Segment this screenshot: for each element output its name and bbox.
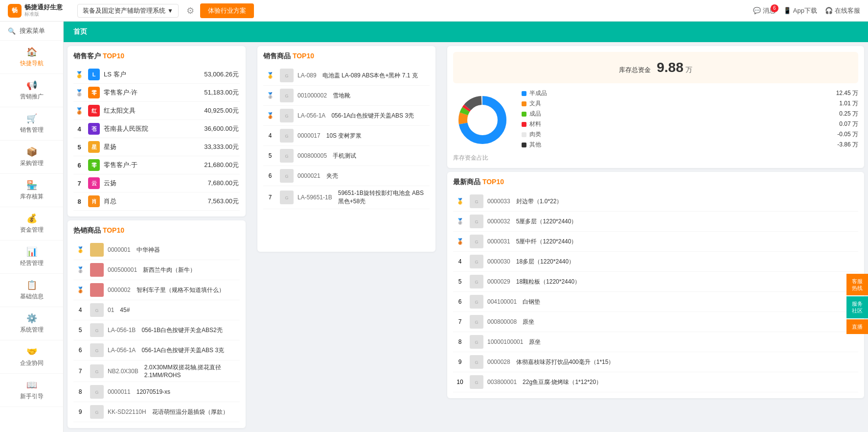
sidebar-item-operations[interactable]: 📊经营管理 (0, 240, 63, 274)
new-product-row: 🥉 G 0000031 5厘中纤（1220*2440） (453, 232, 858, 252)
system-select[interactable]: 装备及固定资产辅助管理系统 ▼ (77, 4, 179, 18)
hot-products-panel: 热销商品 TOP10 🥇 0000001 中华神器 🥈 000500001 新西… (68, 220, 246, 428)
product-code: 10000100001 (487, 338, 523, 345)
product-code: 01 (108, 307, 114, 313)
product-name: 5厘多层（1220*2440） (516, 217, 857, 226)
rank-number: 8 (74, 198, 84, 205)
sidebar-item-guide[interactable]: 📖新手引导 (0, 374, 63, 407)
customer-avatar: L (88, 69, 100, 80)
product-thumbnail: G (280, 89, 294, 102)
legend-label: 其他 (529, 141, 834, 149)
search-menu[interactable]: 🔍 搜索菜单 (0, 22, 63, 41)
sidebar-item-marketing[interactable]: 📢营销推广 (0, 74, 63, 107)
product-thumbnail: G (280, 69, 294, 82)
product-code: 0000028 (487, 359, 510, 365)
svg-text:G: G (285, 195, 288, 200)
sidebar-inventory-icon: 🏪 (26, 180, 37, 191)
product-thumbnail: G (90, 385, 104, 399)
headset-icon: 🎧 (825, 7, 833, 14)
message-button[interactable]: 💬 消息 6 (753, 6, 776, 15)
rank-icon: 5 (264, 152, 276, 159)
sidebar-cooperation-icon: 🤝 (26, 346, 37, 357)
live-button[interactable]: 直播 (846, 319, 868, 334)
rank-icon: 🥈 (454, 218, 466, 225)
product-thumbnail: G (90, 405, 104, 419)
sidebar-sales-label: 销售管理 (20, 126, 44, 134)
sidebar-item-finance[interactable]: 💰资金管理 (0, 207, 63, 240)
inventory-panel: 库存总资金 9.88 万 (447, 46, 864, 168)
trial-button[interactable]: 体验行业方案 (200, 3, 254, 18)
svg-text:G: G (285, 134, 288, 139)
home-tab[interactable]: 首页 (73, 27, 87, 36)
inventory-total-unit: 万 (685, 66, 692, 73)
community-button[interactable]: 服务社区 (846, 296, 868, 318)
message-icon: 💬 (753, 7, 761, 14)
customer-service-button[interactable]: 客服热线 (846, 274, 868, 296)
customer-rank-row: 🥇 L LS 客户 53,006.26元 (73, 66, 240, 84)
hot-product-row: 8 G 0000011 12070519-xs (73, 382, 240, 402)
new-products-title: 最新商品 TOP10 (453, 178, 858, 187)
new-product-row: 6 G 004100001 白钢垫 (453, 292, 858, 312)
legend-label: 材料 (529, 120, 836, 128)
sidebar-finance-icon: 💰 (26, 213, 37, 224)
product-thumbnail: G (90, 303, 104, 317)
app-download-button[interactable]: 📱 App下载 (783, 6, 817, 15)
settings-icon[interactable]: ⚙ (186, 5, 194, 16)
sidebar-item-quick-nav[interactable]: 🏠快捷导航 (0, 41, 63, 74)
customer-rank-row: 4 苍 苍南县人民医院 36,600.00元 (73, 120, 240, 138)
sidebar-item-sales[interactable]: 🛒销售管理 (0, 107, 63, 141)
rank-number: 🥈 (74, 89, 84, 96)
sales-product-list: 🥇 G LA-089 电池盖 LA-089 ABS本色+黑种 7.1 克 🥈 G… (263, 66, 430, 209)
middle-column: 销售商品 TOP10 🥇 G LA-089 电池盖 LA-089 ABS本色+黑… (253, 42, 439, 432)
legend-value: -3.86 万 (837, 141, 858, 149)
new-product-row: 10 G 003800001 22g鱼豆腐·烧烤味（1*12*20） (453, 372, 858, 392)
sidebar-item-basic-info[interactable]: 📋基础信息 (0, 274, 63, 307)
new-products-list: 🥇 G 0000033 封边带（1.0*22） 🥈 G 0000032 5厘多层… (453, 192, 858, 392)
customer-rank-row: 7 云 云扬 7,680.00元 (73, 174, 240, 192)
product-code: LA-056-1B (108, 327, 136, 334)
rank-number: 6 (74, 162, 84, 169)
topbar-right: 💬 消息 6 📱 App下载 🎧 在线客服 (753, 6, 860, 15)
new-product-row: 8 G 10000100001 原坐 (453, 332, 858, 352)
svg-text:G: G (475, 380, 478, 385)
legend-value: 1.01 万 (839, 99, 858, 108)
legend-item: 肉类 -0.05 万 (522, 130, 858, 139)
online-service-button[interactable]: 🎧 在线客服 (825, 6, 860, 15)
product-code: 0000021 (297, 172, 320, 179)
topbar: 畅 畅捷通好生意 标准版 装备及固定资产辅助管理系统 ▼ ⚙ 体验行业方案 💬 … (0, 0, 868, 22)
svg-text:G: G (95, 328, 98, 333)
product-name: 22g鱼豆腐·烧烤味（1*12*20） (523, 378, 857, 386)
product-code: 0000031 (487, 238, 510, 245)
product-thumbnail: G (470, 335, 483, 349)
product-thumbnail: G (470, 315, 483, 329)
sidebar-item-cooperation[interactable]: 🤝企业协同 (0, 340, 63, 374)
legend-item: 材料 0.07 万 (522, 120, 858, 128)
legend-color (522, 101, 526, 106)
svg-text:G: G (95, 348, 98, 353)
product-thumbnail: G (90, 364, 104, 378)
donut-chart-container: 半成品 12.45 万 文具 1.01 万 成品 0.25 万 材料 0.07 … (453, 89, 858, 151)
legend-label: 成品 (529, 110, 836, 118)
customer-value: 36,600.00元 (204, 124, 239, 133)
sidebar-item-system[interactable]: ⚙️系统管理 (0, 307, 63, 340)
rank-icon: 🥇 (454, 198, 466, 205)
sidebar-item-inventory[interactable]: 🏪库存核算 (0, 174, 63, 207)
rank-icon: 10 (454, 379, 466, 385)
donut-chart (453, 91, 512, 149)
mobile-icon: 📱 (783, 7, 791, 14)
legend-value: 0.07 万 (839, 120, 858, 128)
new-product-row: 7 G 000800008 原坐 (453, 312, 858, 332)
chevron-down-icon: ▼ (167, 7, 173, 14)
product-code: 0000033 (487, 198, 510, 205)
customer-avatar: 零 (88, 87, 100, 98)
svg-text:G: G (475, 240, 478, 244)
new-product-row: 5 G 0000029 18颗粒板（1220*2440） (453, 272, 858, 292)
customer-top10-panel: 销售客户 TOP10 🥇 L LS 客户 53,006.26元 🥈 零 零售客户… (68, 46, 246, 216)
logo-text: 畅捷通好生意 (24, 3, 63, 11)
customer-rank-row: 8 肖 肖总 7,563.00元 (73, 192, 240, 211)
sidebar-item-purchase[interactable]: 📦采购管理 (0, 141, 63, 174)
customer-rank-row: 5 星 星扬 33,333.00元 (73, 138, 240, 156)
sidebar-quick-nav-icon: 🏠 (26, 47, 37, 57)
sidebar-nav: 🏠快捷导航📢营销推广🛒销售管理📦采购管理🏪库存核算💰资金管理📊经营管理📋基础信息… (0, 41, 63, 407)
rank-icon: 4 (454, 258, 466, 265)
